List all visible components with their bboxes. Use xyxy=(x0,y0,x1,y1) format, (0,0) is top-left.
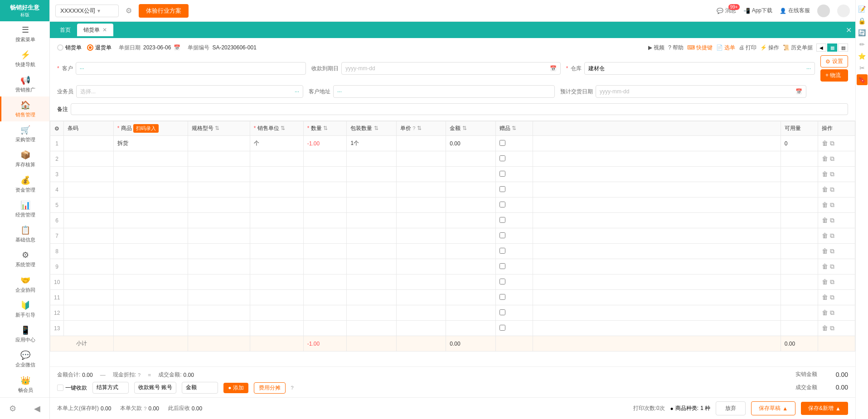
row-barcode[interactable] xyxy=(64,136,113,151)
gift-checkbox[interactable] xyxy=(499,279,505,284)
sidebar-item-app-center[interactable]: 📱 应用中心 xyxy=(0,322,49,347)
copy-row-icon[interactable]: ⧉ xyxy=(830,201,834,209)
abandon-button[interactable]: 放弃 xyxy=(716,401,746,415)
trial-button[interactable]: 体验行业方案 xyxy=(139,4,189,18)
sidebar-item-system[interactable]: ⚙ 系统管理 xyxy=(0,247,49,272)
right-tool-lock[interactable]: 🔒 xyxy=(857,15,868,26)
settlement-select[interactable]: 结算方式 xyxy=(92,382,129,394)
tab-close-icon[interactable]: ✕ xyxy=(102,27,107,33)
sort-gift-icon[interactable]: ⇅ xyxy=(512,125,516,131)
save-new-button[interactable]: 保存&新增 ▲ xyxy=(801,402,848,415)
discount-help-icon[interactable]: ? xyxy=(138,372,141,378)
sidebar-item-marketing[interactable]: 📢 营销推广 xyxy=(0,72,49,96)
price-help-icon[interactable]: ? xyxy=(412,125,415,131)
delete-row-icon[interactable]: 🗑 xyxy=(822,263,828,270)
copy-row-icon[interactable]: ⧉ xyxy=(830,217,834,224)
copy-row-icon[interactable]: ⧉ xyxy=(830,155,834,163)
tab-sales-order[interactable]: 销货单 ✕ xyxy=(77,24,113,36)
settings-icon[interactable]: ⚙ xyxy=(122,5,135,17)
gift-checkbox[interactable] xyxy=(499,248,505,254)
copy-row-icon[interactable]: ⧉ xyxy=(830,278,834,286)
copy-row-icon[interactable]: ⧉ xyxy=(830,309,834,317)
tab-home[interactable]: 首页 xyxy=(53,24,77,36)
sort-pkg-icon[interactable]: ⇅ xyxy=(374,125,378,131)
gift-checkbox[interactable] xyxy=(499,232,505,238)
gift-checkbox[interactable] xyxy=(499,325,505,331)
sidebar-item-purchase[interactable]: 🛒 采购管理 xyxy=(0,121,49,146)
customer-input[interactable]: ··· xyxy=(76,62,306,75)
gift-checkbox[interactable] xyxy=(499,309,505,315)
gift-checkbox[interactable] xyxy=(499,294,505,300)
right-tool-star[interactable]: ⭐ xyxy=(857,51,868,62)
copy-row-icon[interactable]: ⧉ xyxy=(830,140,834,147)
sort-amount-icon[interactable]: ⇅ xyxy=(462,125,467,131)
shortcut-btn[interactable]: ⌨ 快捷键 xyxy=(687,44,713,52)
logistics-button[interactable]: + 物流 xyxy=(820,69,848,82)
row-pkg-qty[interactable]: 1个 xyxy=(347,136,396,151)
company-select[interactable]: XXXXXX公司 ▾ xyxy=(55,5,119,17)
account-input[interactable]: 收款账号 账号 xyxy=(134,382,176,394)
copy-row-icon[interactable]: ⧉ xyxy=(830,294,834,301)
gift-checkbox[interactable] xyxy=(499,202,505,207)
expense-help-icon[interactable]: ? xyxy=(291,385,294,390)
user-avatar[interactable] xyxy=(817,5,830,17)
delivery-date-input[interactable]: yyyy-mm-dd 📅 xyxy=(596,85,806,98)
copy-row-icon[interactable]: ⧉ xyxy=(830,232,834,240)
copy-row-icon[interactable]: ⧉ xyxy=(830,186,834,193)
delete-row-icon[interactable]: 🗑 xyxy=(822,232,828,240)
sidebar-item-wechat[interactable]: 💬 企业微信 xyxy=(0,347,49,372)
row-amount[interactable]: 0.00 xyxy=(446,136,495,151)
radio-sales[interactable]: 销货单 xyxy=(57,44,82,52)
operations-btn[interactable]: ⚡ 操作 xyxy=(760,44,779,52)
sidebar-item-inventory[interactable]: 📦 库存核算 xyxy=(0,147,49,172)
delete-row-icon[interactable]: 🗑 xyxy=(822,324,828,332)
message-btn[interactable]: 💬 消息 99+ xyxy=(717,7,736,14)
delete-row-icon[interactable]: 🗑 xyxy=(822,247,828,255)
scan-button[interactable]: 扫码录入 xyxy=(133,124,159,133)
help-btn[interactable]: ? 帮助 xyxy=(668,44,684,52)
customer-address-input[interactable]: ··· xyxy=(333,85,555,98)
table-container[interactable]: ⚙ 条码 * 商品 扫码录入 规格型号 ⇅ xyxy=(50,121,855,366)
remark-input[interactable] xyxy=(71,103,848,115)
col-settings[interactable]: ⚙ xyxy=(50,121,64,136)
row-gift[interactable] xyxy=(495,136,533,151)
delete-row-icon[interactable]: 🗑 xyxy=(822,201,828,209)
gift-checkbox[interactable] xyxy=(499,140,505,146)
salesperson-input[interactable]: 选择... ··· xyxy=(76,85,303,98)
payment-due-input[interactable]: yyyy-mm-dd 📅 xyxy=(341,62,560,75)
print-btn[interactable]: 🖨 打印 xyxy=(739,44,756,52)
save-draft-button[interactable]: 保存草稿 ▲ xyxy=(751,401,795,415)
amount-input[interactable]: 金额 xyxy=(182,382,218,394)
choose-btn[interactable]: 📄 选单 xyxy=(716,44,735,52)
delete-row-icon[interactable]: 🗑 xyxy=(822,186,828,193)
copy-row-icon[interactable]: ⧉ xyxy=(830,263,834,270)
sort-spec-icon[interactable]: ⇅ xyxy=(215,125,219,131)
sort-unit-icon[interactable]: ⇅ xyxy=(281,125,285,131)
gift-checkbox[interactable] xyxy=(499,263,505,269)
right-tool-pen[interactable]: ✏ xyxy=(857,39,868,50)
user-avatar-2[interactable] xyxy=(837,5,850,17)
sidebar-item-guide[interactable]: 🔰 新手引导 xyxy=(0,297,49,322)
gift-checkbox[interactable] xyxy=(499,217,505,223)
delete-row-icon[interactable]: 🗑 xyxy=(822,294,828,301)
video-btn[interactable]: ▶ 视频 xyxy=(648,44,664,52)
delete-row-icon[interactable]: 🗑 xyxy=(822,309,828,317)
delete-row-icon[interactable]: 🗑 xyxy=(822,140,828,147)
grid-view-btn[interactable]: ▦ xyxy=(827,43,837,52)
delete-row-icon[interactable]: 🗑 xyxy=(822,217,828,224)
sort-qty-icon[interactable]: ⇅ xyxy=(323,125,328,131)
warehouse-input[interactable]: 建材仓 ··· xyxy=(584,62,815,75)
settings-button[interactable]: ⚙ 设置 xyxy=(820,55,848,67)
collapse-icon[interactable]: ◀ xyxy=(34,404,40,414)
sidebar-logo[interactable]: 畅销好生意 标版 xyxy=(0,0,49,21)
one-click-pay-checkbox[interactable]: 一键收款 xyxy=(57,384,87,392)
sidebar-item-member[interactable]: 👑 畅会员 xyxy=(0,372,49,397)
copy-row-icon[interactable]: ⧉ xyxy=(830,170,834,178)
sidebar-item-basic-info[interactable]: 📋 基础信息 xyxy=(0,222,49,246)
gift-checkbox[interactable] xyxy=(499,155,505,161)
sidebar-item-operations[interactable]: 📊 经营管理 xyxy=(0,197,49,222)
debt-help-icon[interactable]: ? xyxy=(144,406,146,411)
sidebar-item-enterprise[interactable]: 🤝 企业协同 xyxy=(0,272,49,297)
list-view-btn[interactable]: ◀ xyxy=(816,43,826,52)
settings-bottom-icon[interactable]: ⚙ xyxy=(9,404,16,414)
